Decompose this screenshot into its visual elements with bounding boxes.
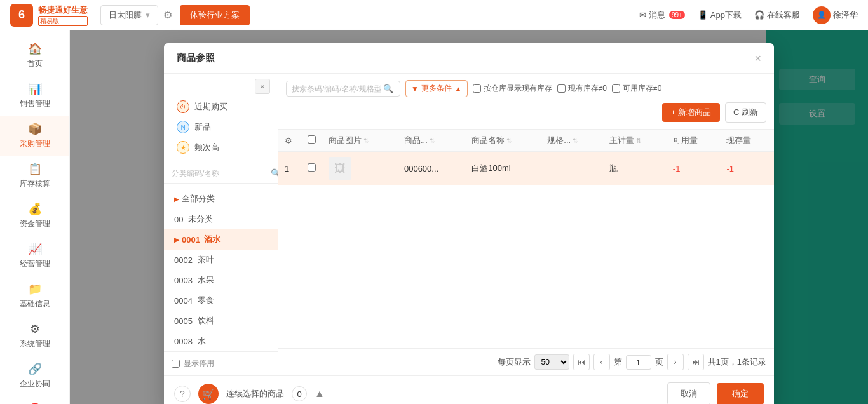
cat-item-all[interactable]: ▶ 全部分类 [164,189,278,209]
quick-filter-new[interactable]: N 新品 [172,117,270,137]
sidebar-item-collab[interactable]: 🔗 企业协同 [0,356,69,396]
sidebar-item-inventory[interactable]: 📋 库存核算 [0,156,69,196]
filter-up-icon: ▲ [454,84,462,93]
sidebar-item-sales[interactable]: 📊 销售管理 [0,76,69,116]
pagination: 每页显示 50 10 20 100 ⏮ ‹ 第 页 [278,348,774,375]
product-search-input[interactable] [292,84,381,93]
last-page-button[interactable]: ⏭ [688,354,704,370]
expand-icon: ▶ [174,196,179,203]
cat-item-0003[interactable]: 0003 水果 [164,270,278,290]
sidebar-item-basic-info[interactable]: 📁 基础信息 [0,276,69,316]
cat-item-0008[interactable]: 0008 水 [164,331,278,351]
refresh-button[interactable]: C 刷新 [725,102,766,123]
top-nav: 6 畅捷通好生意 精易版 日太阳膜 ▾ ⚙ 体验行业方案 ✉ 消息 99+ 📱 … [0,0,868,30]
td-name: 白酒100ml [465,152,541,185]
nav-selector[interactable]: 日太阳膜 ▾ [100,5,158,25]
quick-filter-frequent[interactable]: ★ 频次高 [172,137,270,158]
category-list: ▶ 全部分类 00 未分类 ▶ 0001 酒水 [164,184,278,351]
user-avatar: 👤 [813,6,831,24]
nav-right: ✉ 消息 99+ 📱 App下载 🎧 在线客服 👤 徐泽华 [639,6,858,24]
help-button[interactable]: ? [174,386,191,402]
modal-close-button[interactable]: × [754,53,761,64]
sidebar: 🏠 首页 📊 销售管理 📦 采购管理 📋 库存核算 💰 资金管理 📈 经营管理 … [0,30,70,404]
inventory-icon: 📋 [28,162,42,176]
category-search-input[interactable] [172,169,267,178]
sidebar-item-guide[interactable]: 🎯 新手引导 [0,396,69,404]
operations-icon: 📈 [28,242,42,256]
sidebar-label-finance: 资金管理 [20,219,50,229]
cat-item-0001[interactable]: ▶ 0001 酒水 [164,229,278,250]
first-page-button[interactable]: ⏮ [573,354,590,370]
modal-header: 商品参照 × [164,43,774,74]
filter-icon: ▼ [411,84,419,93]
cat-item-0002[interactable]: 0002 茶叶 [164,250,278,270]
sidebar-item-purchase[interactable]: 📦 采购管理 [0,116,69,156]
sidebar-label-collab: 企业协同 [20,379,50,389]
sidebar-item-home[interactable]: 🏠 首页 [0,36,69,76]
warehouse-stock-filter[interactable]: 按仓库显示现有库存 [473,83,552,94]
product-panel: 🔍 ▼ 更多条件 ▲ 按仓库显示现有库存 [278,74,774,375]
display-disabled-section: 显示停用 [164,351,278,375]
available-stock-filter[interactable]: 可用库存≠0 [612,83,661,94]
sidebar-item-operations[interactable]: 📈 经营管理 [0,236,69,276]
home-icon: 🏠 [28,42,42,56]
cat-item-0005[interactable]: 0005 饮料 [164,311,278,331]
notif-badge: 99+ [669,11,685,19]
display-disabled-checkbox[interactable] [172,360,180,368]
online-service-nav-item[interactable]: 🎧 在线客服 [754,10,800,21]
settings-icon[interactable]: ⚙ [163,9,172,21]
cat-item-0004[interactable]: 0004 零食 [164,290,278,311]
sort-spec-icon: ⇅ [573,137,578,144]
row-checkbox[interactable] [308,163,316,172]
system-icon: ⚙ [30,322,40,336]
finance-icon: 💰 [28,202,42,216]
table-settings-icon: ⚙ [285,136,292,145]
more-filter-button[interactable]: ▼ 更多条件 ▲ [405,80,468,97]
sort-unit-icon: ⇅ [636,137,641,144]
td-unit: 瓶 [603,152,667,185]
mobile-icon: 📱 [698,10,708,20]
available-stock-checkbox[interactable] [612,84,620,93]
active-expand-icon: ▶ [174,236,179,243]
app-download-nav-item[interactable]: 📱 App下载 [698,10,742,21]
page-size-select[interactable]: 50 10 20 100 [534,354,569,370]
nav-selector-text: 日太阳膜 [109,10,142,21]
next-page-button[interactable]: › [667,354,684,370]
cat-item-00[interactable]: 00 未分类 [164,209,278,229]
th-spec: 规格... ⇅ [541,130,602,152]
collapse-button[interactable]: « [255,79,270,94]
prev-page-button[interactable]: ‹ [593,354,610,370]
current-stock-filter[interactable]: 现有库存≠0 [557,83,607,94]
sales-icon: 📊 [28,82,42,96]
category-panel: « ⏱ 近期购买 N 新品 ★ [164,74,278,375]
cart-icon[interactable]: 🛒 [198,384,219,404]
message-nav-item[interactable]: ✉ 消息 99+ [639,10,685,21]
sidebar-item-system[interactable]: ⚙ 系统管理 [0,316,69,356]
product-image: 🖼 [329,157,351,180]
trial-button[interactable]: 体验行业方案 [180,5,250,25]
modal-body: « ⏱ 近期购买 N 新品 ★ [164,74,774,375]
category-search: 🔍 [164,163,278,184]
page-number-input[interactable] [626,355,651,370]
select-all-checkbox[interactable] [308,135,316,144]
td-stock: -1 [720,152,774,185]
search-btn-icon[interactable]: 🔍 [383,84,393,93]
footer-collapse-icon[interactable]: ▲ [315,388,325,400]
table-row[interactable]: 1 🖼 000600... 白酒100ml [278,152,774,185]
td-spec [541,152,602,185]
warehouse-stock-checkbox[interactable] [473,84,481,93]
quick-filter-recent[interactable]: ⏱ 近期购买 [172,97,270,117]
th-settings[interactable]: ⚙ [278,130,301,152]
add-product-button[interactable]: + 新增商品 [662,103,720,122]
continuous-label: 连续选择的商品 [226,388,284,400]
sidebar-item-finance[interactable]: 💰 资金管理 [0,196,69,236]
main-layout: 🏠 首页 📊 销售管理 📦 采购管理 📋 库存核算 💰 资金管理 📈 经营管理 … [0,30,868,404]
cancel-button[interactable]: 取消 [667,382,710,404]
current-stock-checkbox[interactable] [557,84,566,93]
user-profile[interactable]: 👤 徐泽华 [813,6,858,24]
page-suffix-label: 页 [655,356,663,368]
modal-overlay: 商品参照 × « ⏱ [70,30,868,404]
confirm-button[interactable]: 确定 [717,383,764,404]
search-icon[interactable]: 🔍 [271,168,278,178]
footer-right: 取消 确定 [667,382,764,404]
